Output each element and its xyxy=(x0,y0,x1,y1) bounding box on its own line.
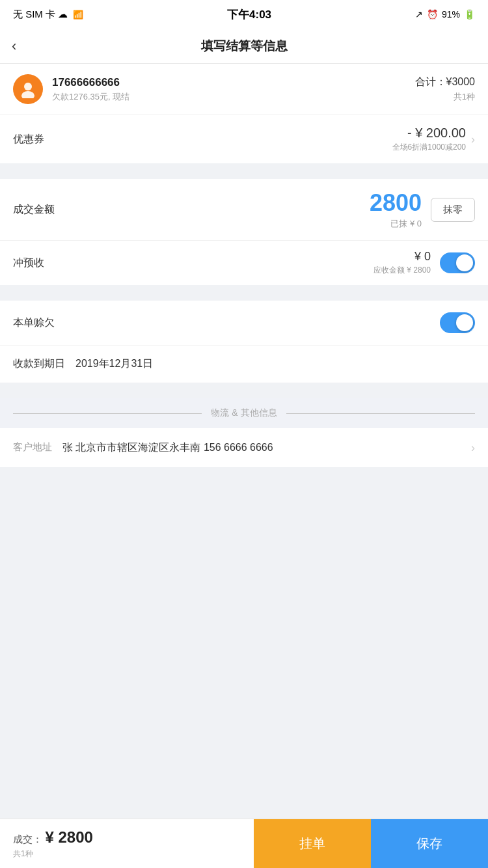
amount-section: 成交金额 2800 已抹 ¥ 0 抹零 冲预收 ¥ 0 应收金额 ¥ 2800 xyxy=(0,179,488,285)
customer-row: 17666666666 欠款1276.35元, 现结 合计：¥3000 共1种 xyxy=(0,64,488,115)
divider-line-left xyxy=(13,413,202,414)
coupon-amount: - ¥ 200.00 全场6折满1000减200 xyxy=(392,126,466,153)
debt-toggle-knob xyxy=(456,314,473,331)
coupon-desc: 全场6折满1000减200 xyxy=(392,142,466,153)
debt-section: 本单赊欠 收款到期日 2019年12月31日 xyxy=(0,301,488,383)
logistics-text: 物流 & 其他信息 xyxy=(202,407,286,419)
bottom-deal-row: 成交： ¥ 2800 xyxy=(13,828,241,847)
address-row[interactable]: 客户地址 张 北京市市辖区海淀区永丰南 156 6666 6666 › xyxy=(0,428,488,467)
debt-toggle[interactable] xyxy=(440,312,475,333)
prereceive-row: 冲预收 ¥ 0 应收金额 ¥ 2800 xyxy=(0,240,488,285)
customer-section: 17666666666 欠款1276.35元, 现结 合计：¥3000 共1种 … xyxy=(0,64,488,163)
debt-row: 本单赊欠 xyxy=(0,301,488,345)
bottom-deal-label: 成交： xyxy=(13,834,42,845)
customer-phone: 17666666666 xyxy=(52,76,129,89)
hang-button[interactable]: 挂单 xyxy=(254,819,371,869)
customer-total: 合计：¥3000 xyxy=(415,75,476,89)
customer-info: 17666666666 欠款1276.35元, 现结 xyxy=(52,76,129,103)
avatar xyxy=(13,74,43,104)
status-time: 下午4:03 xyxy=(227,7,271,22)
status-right: ↗ ⏰ 91% 🔋 xyxy=(415,9,475,20)
prereceive-right: ¥ 0 应收金额 ¥ 2800 xyxy=(373,250,475,276)
battery-text: 91% xyxy=(442,9,460,20)
gray-gap-1 xyxy=(0,171,488,179)
due-date-value: 2019年12月31日 xyxy=(75,357,153,371)
bottom-amount: ¥ 2800 xyxy=(45,828,92,846)
address-content: 张 北京市市辖区海淀区永丰南 156 6666 6666 xyxy=(62,440,465,455)
prereceive-amount: ¥ 0 应收金额 ¥ 2800 xyxy=(373,250,431,276)
battery-icon: 🔋 xyxy=(464,9,475,20)
status-bar: 无 SIM 卡 ☁ 📶 下午4:03 ↗ ⏰ 91% 🔋 xyxy=(0,0,488,29)
divider-line-right xyxy=(286,413,475,414)
due-date-row: 收款到期日 2019年12月31日 xyxy=(0,345,488,383)
amount-right: 2800 已抹 ¥ 0 抹零 xyxy=(370,189,475,230)
no-sim-text: 无 SIM 卡 ☁ xyxy=(13,8,68,21)
amount-row: 成交金额 2800 已抹 ¥ 0 抹零 xyxy=(0,179,488,240)
back-button[interactable]: ‹ xyxy=(12,38,16,55)
customer-debt: 欠款1276.35元, 现结 xyxy=(52,91,129,103)
amount-value: 2800 xyxy=(370,189,422,216)
svg-point-0 xyxy=(24,83,32,90)
page-title: 填写结算等信息 xyxy=(201,38,288,55)
bottom-spacer xyxy=(0,467,488,545)
prereceive-sub: 应收金额 ¥ 2800 xyxy=(373,265,431,276)
address-chevron-icon: › xyxy=(471,441,475,455)
prereceive-toggle[interactable] xyxy=(440,252,475,273)
user-avatar-icon xyxy=(19,80,37,98)
bottom-bar: 成交： ¥ 2800 共1种 挂单 保存 xyxy=(0,819,488,868)
gray-gap-3 xyxy=(0,390,488,398)
alarm-icon: ⏰ xyxy=(427,9,438,20)
coupon-chevron-icon: › xyxy=(471,133,475,146)
wifi-icon: 📶 xyxy=(73,10,83,20)
location-icon: ↗ xyxy=(415,9,423,20)
address-label: 客户地址 xyxy=(13,441,52,454)
logistics-divider: 物流 & 其他信息 xyxy=(0,398,488,428)
prereceive-value: ¥ 0 xyxy=(373,250,431,264)
coupon-label: 优惠券 xyxy=(13,133,44,146)
amount-value-wrap: 2800 已抹 ¥ 0 xyxy=(370,189,422,230)
customer-left: 17666666666 欠款1276.35元, 现结 xyxy=(13,74,129,104)
coupon-right: - ¥ 200.00 全场6折满1000减200 › xyxy=(392,126,475,153)
due-date-label: 收款到期日 xyxy=(13,357,65,371)
status-left: 无 SIM 卡 ☁ 📶 xyxy=(13,8,83,21)
amount-label: 成交金额 xyxy=(13,203,55,217)
gray-gap-2 xyxy=(0,293,488,301)
address-section: 客户地址 张 北京市市辖区海淀区永丰南 156 6666 6666 › xyxy=(0,428,488,467)
amount-sub: 已抹 ¥ 0 xyxy=(370,218,422,230)
round-button[interactable]: 抹零 xyxy=(431,198,475,222)
debt-label: 本单赊欠 xyxy=(13,316,55,330)
svg-point-1 xyxy=(21,91,34,98)
save-button[interactable]: 保存 xyxy=(371,819,488,869)
bottom-info: 成交： ¥ 2800 共1种 xyxy=(0,828,254,860)
customer-right: 合计：¥3000 共1种 xyxy=(415,75,476,103)
customer-count: 共1种 xyxy=(415,91,476,103)
prereceive-label: 冲预收 xyxy=(13,256,44,270)
bottom-count: 共1种 xyxy=(13,848,241,860)
coupon-discount: - ¥ 200.00 xyxy=(392,126,466,141)
coupon-row[interactable]: 优惠券 - ¥ 200.00 全场6折满1000减200 › xyxy=(0,115,488,163)
nav-bar: ‹ 填写结算等信息 xyxy=(0,29,488,64)
toggle-knob xyxy=(456,254,473,271)
